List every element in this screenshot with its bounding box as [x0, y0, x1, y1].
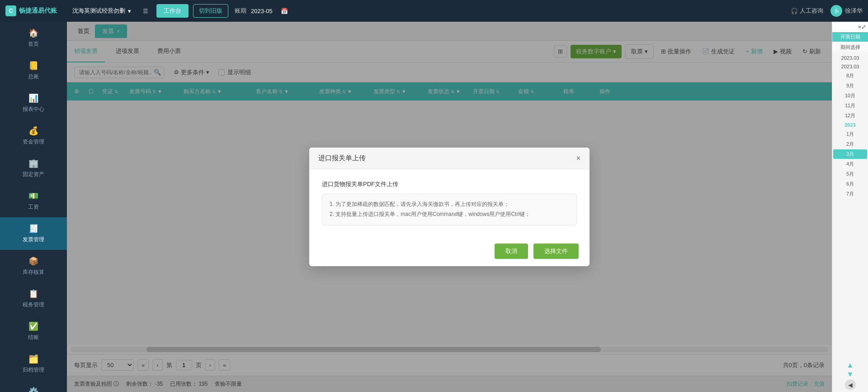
- right-panel-top: × ⤢ 开票日期: [832, 22, 868, 42]
- sidebar-item-salary[interactable]: 💵 工资: [0, 185, 67, 217]
- dialog-overlay: 进口报关单上传 × 进口货物报关单PDF文件上传 1. 为了更加稀疏的数据匹配，…: [67, 22, 832, 392]
- period-item-6[interactable]: 6月: [833, 179, 867, 189]
- fund-icon: 💰: [28, 126, 38, 136]
- sidebar-item-ledger[interactable]: 📒 总账: [0, 54, 67, 87]
- period-item-3[interactable]: 3月: [833, 149, 867, 159]
- period-value: 2023-05: [251, 8, 273, 14]
- period-selection-title: 期间选择: [832, 42, 868, 53]
- dialog-info-item-2: 2. 支持批量上传进口报关单，mac用户使用Command键，windows用户…: [330, 210, 569, 220]
- period-item-12[interactable]: 12月: [833, 111, 867, 120]
- right-panel: × ⤢ 开票日期 期间选择 2023.03 2023.03 8月 9月 10月 …: [832, 22, 868, 392]
- period-item-1[interactable]: 1月: [833, 129, 867, 139]
- dialog-cancel-button[interactable]: 取消: [495, 244, 528, 259]
- sidebar-label-ledger: 总账: [28, 73, 39, 81]
- sidebar-item-inventory[interactable]: 📦 库存核算: [0, 250, 67, 282]
- sidebar-item-invoice[interactable]: 🧾 发票管理: [0, 217, 67, 250]
- sidebar: 🏠 首页 📒 总账 📊 报表中心 💰 资金管理 🏢 固定资产 💵 工资 🧾 发票…: [0, 22, 67, 392]
- sidebar-label-settle: 结账: [28, 334, 39, 341]
- dialog-footer: 取消 选择文件: [309, 236, 590, 266]
- sidebar-label-asset: 固定资产: [23, 171, 44, 178]
- dialog-info-text-2: 2. 支持批量上传进口报关单，mac用户使用Command键，windows用户…: [330, 210, 530, 220]
- company-name: 沈海英测试经营勿删: [72, 7, 125, 15]
- tax-icon: 📋: [28, 289, 38, 299]
- sidebar-label-home: 首页: [28, 40, 39, 48]
- dialog-title: 进口报关单上传: [318, 154, 366, 163]
- settings-icon: ⚙️: [28, 387, 38, 392]
- sidebar-label-salary: 工资: [28, 203, 39, 211]
- dialog-info-text-1: 1. 为了更加稀疏的数据匹配，请先录入海关缴款书，再上传对应的报关单；: [330, 200, 509, 210]
- sidebar-item-settings[interactable]: ⚙️ 设置: [0, 380, 67, 392]
- period-item-202303-1[interactable]: 2023.03: [833, 54, 867, 62]
- company-selector[interactable]: 沈海英测试经营勿删 ▾: [69, 5, 135, 17]
- open-invoice-badge-label: 开票日期: [840, 34, 860, 39]
- avatar: 头: [830, 5, 842, 17]
- sidebar-label-fund: 资金管理: [23, 138, 44, 146]
- report-icon: 📊: [28, 93, 38, 103]
- sidebar-label-report: 报表中心: [23, 105, 44, 113]
- sidebar-item-home[interactable]: 🏠 首页: [0, 22, 67, 54]
- dialog-info-item-1: 1. 为了更加稀疏的数据匹配，请先录入海关缴款书，再上传对应的报关单；: [330, 200, 569, 210]
- import-customs-dialog: 进口报关单上传 × 进口货物报关单PDF文件上传 1. 为了更加稀疏的数据匹配，…: [309, 148, 590, 266]
- switch-version-button[interactable]: 切到旧版: [193, 4, 228, 18]
- period-item-10[interactable]: 10月: [833, 91, 867, 100]
- sidebar-item-tax[interactable]: 📋 税务管理: [0, 282, 67, 315]
- company-icon-btn[interactable]: ☰: [139, 6, 152, 16]
- right-panel-controls: × ⤢: [832, 22, 868, 32]
- period-list: 2023.03 2023.03 8月 9月 10月 11月 12月 2023 1…: [832, 53, 868, 200]
- period-item-4[interactable]: 4月: [833, 159, 867, 169]
- app-logo: C 畅捷通易代账: [5, 5, 64, 16]
- sidebar-item-settle[interactable]: ✅ 结账: [0, 315, 67, 348]
- open-invoice-badge[interactable]: 开票日期: [832, 32, 868, 42]
- user-info[interactable]: 头 徐泽华: [830, 5, 863, 17]
- sidebar-label-tax: 税务管理: [23, 301, 44, 309]
- right-panel-expand-button[interactable]: ⤢: [861, 24, 866, 30]
- period-item-202303-2[interactable]: 2023.03: [833, 62, 867, 71]
- sidebar-label-invoice: 发票管理: [23, 236, 44, 244]
- ledger-icon: 📒: [28, 61, 38, 71]
- inventory-icon: 📦: [28, 256, 38, 266]
- sidebar-item-fund[interactable]: 💰 资金管理: [0, 120, 67, 152]
- main-layout: 🏠 首页 📒 总账 📊 报表中心 💰 资金管理 🏢 固定资产 💵 工资 🧾 发票…: [0, 22, 868, 392]
- right-panel-nav: ▲ ▼ ◀: [843, 359, 858, 392]
- period-item-9[interactable]: 9月: [833, 81, 867, 91]
- dialog-body: 进口货物报关单PDF文件上传 1. 为了更加稀疏的数据匹配，请先录入海关缴款书，…: [309, 169, 590, 236]
- period-label: 账期: [235, 7, 246, 15]
- main-content: 首页 发票 × 销项发票 进项发票 费用小票 ⊞ 税务数字账户 ▾: [67, 22, 832, 392]
- invoice-icon: 🧾: [28, 224, 38, 234]
- period-scroll-down-button[interactable]: ▼: [847, 370, 854, 378]
- archive-icon: 🗂️: [28, 354, 38, 364]
- home-icon: 🏠: [28, 28, 38, 38]
- period-item-5[interactable]: 5月: [833, 169, 867, 179]
- help-icon: 🎧: [791, 8, 798, 14]
- dialog-info-box: 1. 为了更加稀疏的数据匹配，请先录入海关缴款书，再上传对应的报关单； 2. 支…: [322, 194, 577, 225]
- user-name: 徐泽华: [845, 7, 863, 15]
- calendar-icon-btn[interactable]: 📅: [277, 6, 292, 16]
- top-bar-right: 🎧 人工咨询 头 徐泽华: [791, 5, 863, 17]
- period-item-2023[interactable]: 2023: [833, 121, 867, 129]
- logo-icon: C: [5, 5, 16, 16]
- top-bar: C 畅捷通易代账 沈海英测试经营勿删 ▾ ☰ 工作台 切到旧版 账期 2023-…: [0, 0, 868, 22]
- help-button[interactable]: 🎧 人工咨询: [791, 7, 823, 15]
- asset-icon: 🏢: [28, 158, 38, 168]
- period-collapse-button[interactable]: ◀: [845, 379, 856, 390]
- app-title: 畅捷通易代账: [19, 7, 57, 15]
- sidebar-label-inventory: 库存核算: [23, 268, 44, 276]
- period-item-11[interactable]: 11月: [833, 101, 867, 110]
- settle-icon: ✅: [28, 321, 38, 331]
- dialog-header: 进口报关单上传 ×: [309, 148, 590, 169]
- workspace-button[interactable]: 工作台: [156, 4, 189, 18]
- period-item-8[interactable]: 8月: [833, 71, 867, 81]
- period-item-2[interactable]: 2月: [833, 139, 867, 149]
- sidebar-label-archive: 归档管理: [23, 366, 44, 374]
- period-item-7[interactable]: 7月: [833, 189, 867, 199]
- sidebar-item-asset[interactable]: 🏢 固定资产: [0, 152, 67, 185]
- sidebar-item-report[interactable]: 📊 报表中心: [0, 87, 67, 120]
- dialog-select-file-button[interactable]: 选择文件: [533, 244, 579, 259]
- salary-icon: 💵: [28, 191, 38, 201]
- dialog-close-button[interactable]: ×: [576, 154, 580, 163]
- period-scroll-up-button[interactable]: ▲: [847, 361, 854, 369]
- company-dropdown-icon: ▾: [128, 8, 131, 14]
- dialog-section-title: 进口货物报关单PDF文件上传: [322, 180, 577, 188]
- right-panel-close-button[interactable]: ×: [858, 24, 861, 30]
- sidebar-item-archive[interactable]: 🗂️ 归档管理: [0, 348, 67, 380]
